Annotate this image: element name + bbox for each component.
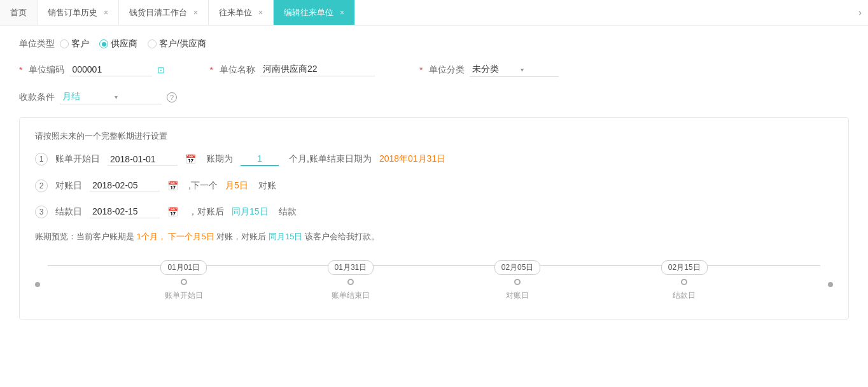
timeline-name-3: 对账日 <box>506 290 529 301</box>
timeline-points: 01月01日 账单开始日 01月31日 账单结束日 02月05日 对账日 02月… <box>35 260 833 301</box>
tab-counterparty-close[interactable]: × <box>258 8 263 17</box>
tab-sales-history[interactable]: 销售订单历史 × <box>38 0 119 25</box>
tab-cash-work-close[interactable]: × <box>193 8 198 17</box>
radio-customer-circle <box>60 39 69 48</box>
radio-supplier-label: 供应商 <box>111 38 137 50</box>
tab-counterparty-label: 往来单位 <box>219 7 252 18</box>
period-row-2: 2 对账日 📅 ,下一个 月5日 对账 <box>35 179 833 192</box>
unit-type-row: 单位类型 客户 供应商 客户/供应商 <box>19 38 849 50</box>
unit-code-required: * <box>19 65 22 75</box>
unit-name-field: * 单位名称 <box>209 63 374 76</box>
preview-mid: 对账，对账后 <box>216 232 266 241</box>
period-end-date-1: 2018年01月31日 <box>379 153 445 165</box>
radio-customer-label: 客户 <box>71 38 89 50</box>
tab-home-label: 首页 <box>10 7 27 18</box>
unit-category-field: * 单位分类 未分类 ▾ <box>419 62 559 77</box>
unit-name-label: 单位名称 <box>220 64 255 76</box>
timeline-badge-3: 02月05日 <box>494 260 541 275</box>
tab-more-button[interactable]: › <box>852 0 868 25</box>
timeline-dot-4 <box>681 279 687 285</box>
preview-suffix: 该客户会给我打款。 <box>305 232 379 241</box>
period-label-1: 账单开始日 <box>55 153 100 165</box>
period-calendar-3[interactable]: 📅 <box>167 207 178 217</box>
payment-terms-chevron: ▾ <box>115 94 118 101</box>
timeline-point-2: 01月31日 账单结束日 <box>328 260 374 301</box>
main-content: 单位类型 客户 供应商 客户/供应商 * 单位编码 <box>0 25 868 387</box>
payment-terms-help[interactable]: ? <box>167 92 177 102</box>
timeline-badge-4: 02月15日 <box>661 260 708 275</box>
payment-terms-field: 收款条件 月结 ▾ ? <box>19 90 177 104</box>
period-row2-suffix2: 对账 <box>258 180 276 192</box>
period-calendar-1[interactable]: 📅 <box>185 154 196 164</box>
period-num-2: 2 <box>35 179 48 192</box>
period-date-3[interactable] <box>90 205 160 218</box>
period-row-3: 3 结款日 📅 ，对账后 同月15日 结款 <box>35 205 833 218</box>
unit-info-row: * 单位编码 ⊡ * 单位名称 * 单位分类 未分类 ▾ <box>19 62 849 77</box>
radio-supplier[interactable]: 供应商 <box>99 38 137 50</box>
tab-edit-counterparty[interactable]: 编辑往来单位 × <box>274 0 355 25</box>
period-month-input[interactable] <box>241 152 279 166</box>
timeline-name-1: 账单开始日 <box>165 290 203 301</box>
period-row2-highlight: 月5日 <box>225 180 248 192</box>
radio-customer[interactable]: 客户 <box>60 38 89 50</box>
preview-prefix: 账期预览：当前客户账期是 <box>35 232 134 241</box>
unit-category-value: 未分类 <box>472 64 499 75</box>
unit-category-chevron: ▾ <box>521 66 524 73</box>
unit-type-label: 单位类型 <box>19 38 55 50</box>
timeline-point-3: 02月05日 对账日 <box>494 260 541 301</box>
tab-edit-counterparty-close[interactable]: × <box>340 8 344 17</box>
period-label-2: 对账日 <box>55 180 82 192</box>
radio-both[interactable]: 客户/供应商 <box>148 38 206 50</box>
payment-terms-value: 月结 <box>62 91 80 102</box>
preview-part2: 下一个月5日 <box>168 232 214 241</box>
period-date-1[interactable] <box>108 153 178 166</box>
timeline-dot-2 <box>347 279 354 285</box>
period-date-2[interactable] <box>90 179 160 192</box>
period-card: 请按照未来的一个完整帐期进行设置 1 账单开始日 📅 账期为 个月,账单结束日期… <box>19 117 849 320</box>
period-row3-suffix2: 结款 <box>279 206 297 218</box>
tab-sales-history-close[interactable]: × <box>104 8 108 17</box>
timeline-name-2: 账单结束日 <box>332 290 370 301</box>
tab-cash-work-label: 钱货日清工作台 <box>129 7 187 18</box>
timeline-point-4: 02月15日 结款日 <box>661 260 708 301</box>
period-row2-suffix1: ,下一个 <box>188 180 218 192</box>
period-calendar-2[interactable]: 📅 <box>167 181 178 191</box>
payment-terms-row: 收款条件 月结 ▾ ? <box>19 90 849 104</box>
unit-code-label: 单位编码 <box>29 64 64 76</box>
tab-bar: 首页 销售订单历史 × 钱货日清工作台 × 往来单位 × 编辑往来单位 × › <box>0 0 868 25</box>
timeline-start-end <box>35 267 40 301</box>
period-suffix-before-1: 账期为 <box>206 153 233 165</box>
timeline: 01月01日 账单开始日 01月31日 账单结束日 02月05日 对账日 02月… <box>35 255 833 306</box>
unit-name-input[interactable] <box>260 63 375 76</box>
unit-category-select[interactable]: 未分类 ▾ <box>470 62 559 77</box>
unit-category-required: * <box>419 65 423 75</box>
timeline-badge-1: 01月01日 <box>160 260 207 275</box>
timeline-left-dot <box>35 282 40 287</box>
unit-category-label: 单位分类 <box>429 64 465 76</box>
period-suffix-after-1: 个月,账单结束日期为 <box>289 153 372 165</box>
unit-code-field: * 单位编码 ⊡ <box>19 63 165 76</box>
tab-sales-history-label: 销售订单历史 <box>48 7 97 18</box>
tab-cash-work[interactable]: 钱货日清工作台 × <box>119 0 209 25</box>
period-num-3: 3 <box>35 206 48 218</box>
payment-terms-label: 收款条件 <box>19 92 55 103</box>
period-row3-highlight: 同月15日 <box>232 206 269 218</box>
preview-part1: 1个月， <box>137 232 166 241</box>
preview-part3: 同月15日 <box>269 232 302 241</box>
timeline-dot-3 <box>514 279 521 285</box>
period-row3-suffix1: ，对账后 <box>188 206 224 218</box>
tab-home[interactable]: 首页 <box>0 0 38 25</box>
timeline-dot-1 <box>181 279 187 285</box>
period-hint: 请按照未来的一个完整帐期进行设置 <box>35 130 833 142</box>
radio-both-circle <box>148 39 157 48</box>
unit-code-input[interactable] <box>69 63 152 76</box>
unit-type-radio-group: 客户 供应商 客户/供应商 <box>60 38 206 50</box>
tab-counterparty[interactable]: 往来单位 × <box>209 0 274 25</box>
tab-more-icon: › <box>858 7 862 18</box>
payment-terms-select[interactable]: 月结 ▾ <box>60 90 162 104</box>
timeline-point-1: 01月01日 账单开始日 <box>160 260 207 301</box>
radio-both-label: 客户/供应商 <box>159 38 206 50</box>
copy-icon[interactable]: ⊡ <box>157 65 165 75</box>
timeline-badge-2: 01月31日 <box>328 260 374 275</box>
timeline-right-dot <box>828 282 833 287</box>
